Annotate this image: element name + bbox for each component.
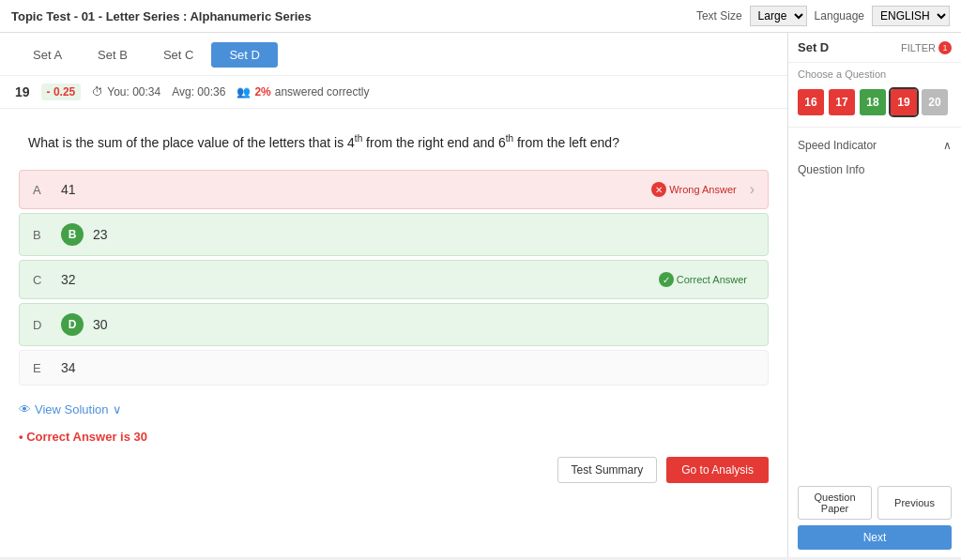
question-text: What is the sum of the place value of th… xyxy=(0,109,787,162)
correct-icon: ✓ xyxy=(659,272,674,287)
text-size-select[interactable]: Large xyxy=(750,6,807,26)
main-layout: Set A Set B Set C Set D 19 - 0.25 ⏱ You:… xyxy=(0,33,961,557)
question-number: 19 xyxy=(15,84,30,99)
answered-pct: 2% xyxy=(254,85,270,98)
options-list: A 41 ✕ Wrong Answer › B B 23 C 32 ✓ xyxy=(0,162,787,393)
option-d-circle: D xyxy=(61,313,84,336)
speed-indicator-section[interactable]: Speed Indicator ∧ xyxy=(788,133,961,158)
option-d-letter: D xyxy=(33,318,48,332)
q-num-16[interactable]: 16 xyxy=(798,89,824,115)
question-numbers: 16 17 18 19 20 xyxy=(788,83,961,121)
option-b-letter: B xyxy=(33,228,48,242)
go-analysis-button[interactable]: Go to Analysis xyxy=(666,457,769,483)
footer-row: Test Summary Go to Analysis xyxy=(0,451,787,489)
next-button[interactable]: Next xyxy=(798,525,952,550)
question-score: - 0.25 xyxy=(41,83,82,100)
timer-icon: ⏱ xyxy=(92,85,103,98)
q-num-20[interactable]: 20 xyxy=(922,89,948,115)
chevron-right-icon: › xyxy=(750,181,755,198)
option-a-value: 41 xyxy=(61,182,644,197)
language-select[interactable]: ENGLISH xyxy=(872,6,950,26)
option-e-value: 34 xyxy=(61,360,755,375)
eye-icon: 👁 xyxy=(19,402,31,416)
left-panel: Set A Set B Set C Set D 19 - 0.25 ⏱ You:… xyxy=(0,33,787,557)
option-b-value: 23 xyxy=(93,227,755,242)
option-d[interactable]: D D 30 xyxy=(19,303,769,346)
q-num-19[interactable]: 19 xyxy=(891,89,917,115)
option-a[interactable]: A 41 ✕ Wrong Answer › xyxy=(19,170,769,209)
option-c-value: 32 xyxy=(61,272,651,287)
divider xyxy=(788,127,961,128)
you-time: You: 00:34 xyxy=(107,85,160,98)
option-d-value: 30 xyxy=(93,317,755,332)
right-panel-buttons: Question Paper Previous Next xyxy=(788,478,961,557)
option-a-letter: A xyxy=(33,183,48,197)
q-num-17[interactable]: 17 xyxy=(829,89,855,115)
set-tab-a[interactable]: Set A xyxy=(15,42,80,68)
wrong-icon: ✕ xyxy=(651,182,666,197)
filter-badge: 1 xyxy=(938,41,952,54)
correct-answer-value: 30 xyxy=(134,430,147,444)
bottom-actions: 👁 View Solution ∨ xyxy=(0,393,787,426)
filter-button[interactable]: FILTER 1 xyxy=(901,41,952,54)
previous-button[interactable]: Previous xyxy=(877,486,952,520)
correct-answer-badge: ✓ Correct Answer xyxy=(651,270,755,289)
choose-question-label: Choose a Question xyxy=(788,63,961,83)
set-tab-d[interactable]: Set D xyxy=(211,42,278,68)
correct-answer-line: • Correct Answer is 30 xyxy=(0,426,787,451)
question-paper-button[interactable]: Question Paper xyxy=(798,486,872,520)
wrong-answer-badge: ✕ Wrong Answer xyxy=(644,180,743,199)
set-tab-c[interactable]: Set C xyxy=(145,42,212,68)
option-b[interactable]: B B 23 xyxy=(19,213,769,256)
question-info-section[interactable]: Question Info xyxy=(788,158,961,182)
language-label: Language xyxy=(815,9,864,23)
option-c-letter: C xyxy=(33,273,48,287)
text-size-label: Text Size xyxy=(696,9,742,23)
chevron-up-icon: ∧ xyxy=(943,139,952,152)
set-tab-b[interactable]: Set B xyxy=(80,42,145,68)
top-bar: Topic Test - 01 - Letter Series : Alphan… xyxy=(0,0,961,33)
question-timer: ⏱ You: 00:34 xyxy=(92,85,160,98)
right-panel-header: Set D FILTER 1 xyxy=(788,33,961,63)
option-e[interactable]: E 34 xyxy=(19,350,769,386)
q-num-18[interactable]: 18 xyxy=(860,89,886,115)
right-panel-title: Set D xyxy=(798,40,829,54)
answered-stat: 👥 2% answered correctly xyxy=(236,85,369,98)
option-b-circle: B xyxy=(61,223,84,246)
top-bar-controls: Text Size Large Language ENGLISH xyxy=(696,6,950,26)
view-solution-button[interactable]: 👁 View Solution ∨ xyxy=(19,402,122,416)
people-icon: 👥 xyxy=(236,85,251,98)
option-c[interactable]: C 32 ✓ Correct Answer xyxy=(19,260,769,299)
test-summary-button[interactable]: Test Summary xyxy=(557,457,658,483)
page-title: Topic Test - 01 - Letter Series : Alphan… xyxy=(11,9,312,23)
avg-time: Avg: 00:36 xyxy=(172,85,225,98)
sets-row: Set A Set B Set C Set D xyxy=(0,33,787,76)
option-e-letter: E xyxy=(33,361,48,375)
answered-label: answered correctly xyxy=(275,85,370,98)
right-panel: Set D FILTER 1 Choose a Question 16 17 1… xyxy=(787,33,961,557)
question-meta: 19 - 0.25 ⏱ You: 00:34 Avg: 00:36 👥 2% a… xyxy=(0,76,787,109)
